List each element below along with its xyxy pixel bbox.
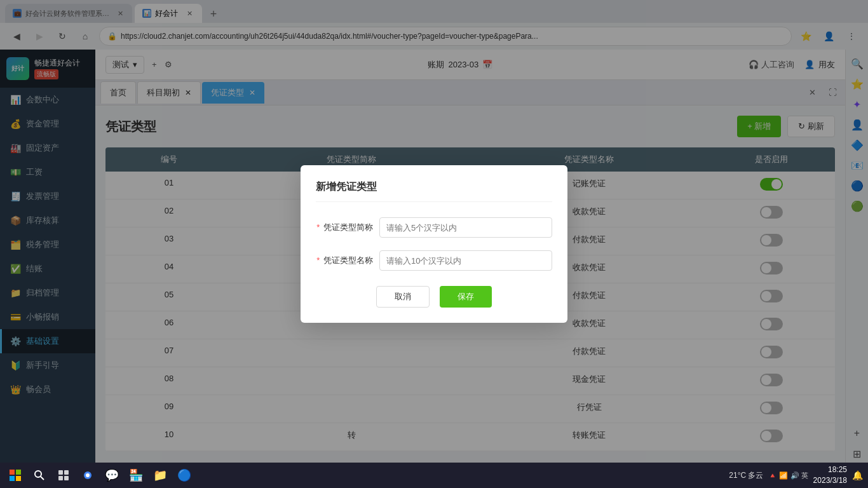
wechat-taskbar-icon[interactable]: 💬 <box>102 465 122 485</box>
search-taskbar-button[interactable] <box>29 465 50 485</box>
svg-rect-6 <box>58 470 63 475</box>
svg-rect-2 <box>10 476 15 481</box>
time-display: 18:25 2023/3/18 <box>813 464 847 486</box>
svg-rect-8 <box>58 476 63 480</box>
weather-info: 21°C 多云 <box>729 470 763 481</box>
abbr-field: * 凭证类型简称 <box>316 217 552 238</box>
svg-rect-0 <box>10 470 15 475</box>
svg-rect-1 <box>16 470 21 475</box>
name-field: * 凭证类型名称 <box>316 250 552 271</box>
svg-point-4 <box>35 471 41 477</box>
taskbar-right: 21°C 多云 🔺 📶 🔊 英 18:25 2023/3/18 🔔 <box>729 464 863 486</box>
modal-dialog: 新增凭证类型 * 凭证类型简称 * 凭证类型名称 取消 保存 <box>301 165 567 323</box>
notification-button[interactable]: 🔔 <box>852 470 863 480</box>
svg-rect-3 <box>16 476 21 481</box>
taskview-button[interactable] <box>53 465 74 485</box>
cancel-button[interactable]: 取消 <box>376 286 430 308</box>
taskbar: 💬 🏪 📁 🔵 21°C 多云 🔺 📶 🔊 英 18:25 2023/3/18 … <box>0 463 868 488</box>
name-input[interactable] <box>379 250 552 271</box>
modal-footer: 取消 保存 <box>316 286 552 308</box>
name-field-label: * 凭证类型名称 <box>316 255 379 266</box>
modal-title: 新增凭证类型 <box>316 180 552 202</box>
name-required-mark: * <box>316 255 320 265</box>
start-button[interactable] <box>5 465 25 485</box>
store-taskbar-icon[interactable]: 🏪 <box>126 465 146 485</box>
edge-taskbar-icon[interactable]: 🔵 <box>174 465 194 485</box>
svg-line-5 <box>41 477 44 480</box>
abbr-input[interactable] <box>379 217 552 238</box>
explorer-taskbar-icon[interactable]: 📁 <box>150 465 170 485</box>
svg-rect-9 <box>64 476 69 480</box>
svg-rect-7 <box>64 470 69 475</box>
modal-overlay: 新增凭证类型 * 凭证类型简称 * 凭证类型名称 取消 保存 <box>0 0 868 488</box>
clock-date: 2023/3/18 <box>813 475 847 486</box>
chrome-taskbar-icon[interactable] <box>78 465 98 485</box>
system-icons: 🔺 📶 🔊 英 <box>768 471 808 480</box>
save-button[interactable]: 保存 <box>440 286 492 308</box>
abbr-required-mark: * <box>316 222 320 232</box>
abbr-field-label: * 凭证类型简称 <box>316 222 379 233</box>
svg-point-11 <box>86 473 90 477</box>
clock-time: 18:25 <box>813 464 847 475</box>
